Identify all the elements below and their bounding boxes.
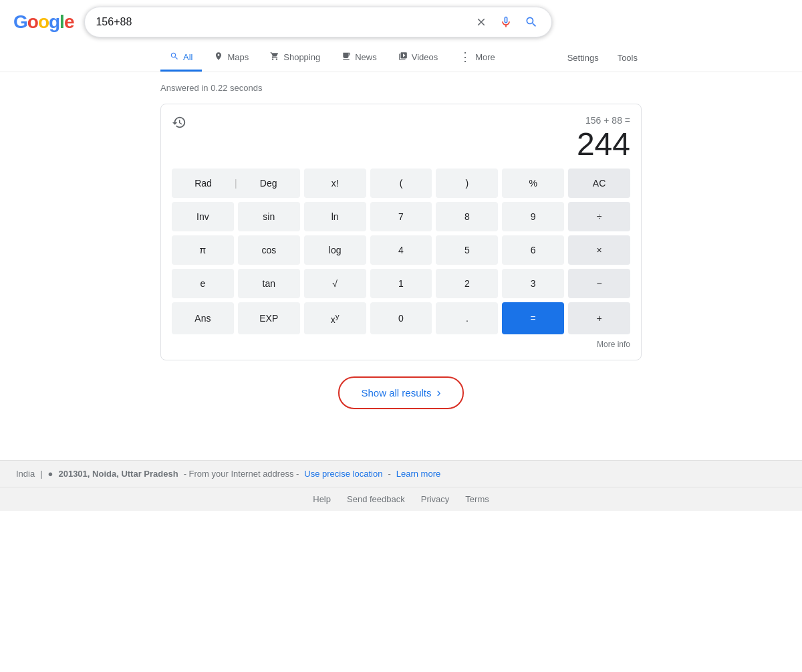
footer-dash2: - bbox=[388, 469, 390, 479]
use-precise-location[interactable]: Use precise location bbox=[304, 469, 382, 479]
privacy-link[interactable]: Privacy bbox=[421, 494, 450, 504]
terms-link[interactable]: Terms bbox=[465, 494, 489, 504]
calc-buttons: Rad | Deg x! ( ) % AC Inv sin ln 7 8 9 ÷ bbox=[172, 169, 630, 334]
logo-g2: g bbox=[49, 11, 59, 33]
calculator-card: 156 + 88 = 244 Rad | Deg x! ( ) % AC bbox=[160, 104, 642, 360]
tab-shopping[interactable]: Shopping bbox=[261, 45, 329, 72]
tab-more-label: More bbox=[475, 52, 495, 62]
show-all-results-button[interactable]: Show all results › bbox=[338, 376, 463, 409]
six-button[interactable]: 6 bbox=[502, 235, 564, 265]
location-country: India bbox=[16, 469, 35, 479]
location-dot-icon: ● bbox=[48, 469, 53, 479]
calc-answer: 244 bbox=[577, 128, 630, 160]
equals-button[interactable]: = bbox=[502, 302, 564, 334]
google-logo[interactable]: Google bbox=[13, 11, 74, 33]
news-icon bbox=[342, 51, 351, 63]
nav-tabs: All Maps Shopping News Videos ⋮ More Set… bbox=[0, 44, 802, 72]
help-link[interactable]: Help bbox=[313, 494, 331, 504]
tab-news-label: News bbox=[355, 52, 377, 62]
tab-shopping-label: Shopping bbox=[283, 52, 320, 62]
search-input[interactable]: 156+88 bbox=[96, 16, 473, 28]
show-all-label: Show all results bbox=[361, 387, 431, 399]
close-paren-button[interactable]: ) bbox=[436, 169, 498, 198]
footer-links: Help Send feedback Privacy Terms bbox=[0, 487, 802, 511]
logo-o1: o bbox=[27, 11, 38, 33]
chevron-right-icon: › bbox=[437, 386, 441, 400]
pi-button[interactable]: π bbox=[172, 235, 234, 265]
tan-button[interactable]: tan bbox=[238, 269, 300, 298]
inv-button[interactable]: Inv bbox=[172, 202, 234, 231]
answered-in: Answered in 0.22 seconds bbox=[160, 83, 642, 93]
logo-l: l bbox=[59, 11, 64, 33]
exp-button[interactable]: EXP bbox=[238, 302, 300, 334]
learn-more-link[interactable]: Learn more bbox=[396, 469, 440, 479]
log-button[interactable]: log bbox=[304, 235, 366, 265]
five-button[interactable]: 5 bbox=[436, 235, 498, 265]
tab-videos[interactable]: Videos bbox=[389, 45, 448, 72]
tab-all-label: All bbox=[183, 52, 192, 62]
two-button[interactable]: 2 bbox=[436, 269, 498, 298]
calc-expression: 156 + 88 = bbox=[577, 115, 630, 126]
sin-button[interactable]: sin bbox=[238, 202, 300, 231]
main-content: Answered in 0.22 seconds 156 + 88 = 244 … bbox=[0, 72, 802, 420]
tab-maps-label: Maps bbox=[227, 52, 249, 62]
percent-button[interactable]: % bbox=[502, 169, 564, 198]
tab-all[interactable]: All bbox=[160, 45, 202, 72]
divide-button[interactable]: ÷ bbox=[568, 202, 630, 231]
multiply-button[interactable]: × bbox=[568, 235, 630, 265]
three-button[interactable]: 3 bbox=[502, 269, 564, 298]
one-button[interactable]: 1 bbox=[370, 269, 432, 298]
search-bar-container: 156+88 bbox=[84, 7, 552, 37]
power-button[interactable]: xy bbox=[304, 302, 366, 334]
rad-deg-group: Rad | Deg bbox=[172, 169, 300, 198]
logo-g: G bbox=[13, 11, 27, 33]
ac-button[interactable]: AC bbox=[568, 169, 630, 198]
nine-button[interactable]: 9 bbox=[502, 202, 564, 231]
tab-news[interactable]: News bbox=[332, 45, 386, 72]
search-button[interactable] bbox=[522, 13, 541, 31]
subtract-button[interactable]: − bbox=[568, 269, 630, 298]
four-button[interactable]: 4 bbox=[370, 235, 432, 265]
logo-e: e bbox=[64, 11, 74, 33]
footer-location: India | ● 201301, Noida, Uttar Pradesh -… bbox=[0, 460, 802, 487]
more-dots-icon: ⋮ bbox=[459, 51, 471, 63]
seven-button[interactable]: 7 bbox=[370, 202, 432, 231]
ans-button[interactable]: Ans bbox=[172, 302, 234, 334]
all-icon bbox=[170, 51, 179, 63]
add-button[interactable]: + bbox=[568, 302, 630, 334]
tools-link[interactable]: Tools bbox=[614, 46, 642, 70]
zero-button[interactable]: 0 bbox=[370, 302, 432, 334]
send-feedback-link[interactable]: Send feedback bbox=[347, 494, 405, 504]
tab-more[interactable]: ⋮ More bbox=[450, 44, 505, 72]
nav-right: Settings Tools bbox=[563, 46, 642, 70]
eight-button[interactable]: 8 bbox=[436, 202, 498, 231]
shopping-icon bbox=[270, 51, 279, 63]
more-info[interactable]: More info bbox=[172, 340, 630, 349]
tab-maps[interactable]: Maps bbox=[205, 45, 258, 72]
cos-button[interactable]: cos bbox=[238, 235, 300, 265]
settings-link[interactable]: Settings bbox=[563, 46, 603, 70]
calc-display: 156 + 88 = 244 bbox=[172, 115, 630, 160]
history-icon[interactable] bbox=[172, 115, 186, 133]
show-all-container: Show all results › bbox=[160, 376, 642, 409]
e-button[interactable]: e bbox=[172, 269, 234, 298]
rad-button[interactable]: Rad bbox=[172, 169, 235, 198]
sqrt-button[interactable]: √ bbox=[304, 269, 366, 298]
voice-search-button[interactable] bbox=[497, 13, 515, 31]
clear-button[interactable] bbox=[473, 13, 490, 31]
ln-button[interactable]: ln bbox=[304, 202, 366, 231]
open-paren-button[interactable]: ( bbox=[370, 169, 432, 198]
header: Google 156+88 bbox=[0, 0, 802, 44]
from-text: - From your Internet address - bbox=[184, 469, 299, 479]
videos-icon bbox=[398, 51, 408, 63]
deg-button[interactable]: Deg bbox=[237, 169, 300, 198]
calc-result: 156 + 88 = 244 bbox=[577, 115, 630, 160]
location-address: 201301, Noida, Uttar Pradesh bbox=[58, 469, 178, 479]
footer-separator: | bbox=[40, 469, 42, 479]
logo-o2: o bbox=[38, 11, 49, 33]
search-bar: 156+88 bbox=[84, 7, 552, 37]
factorial-button[interactable]: x! bbox=[304, 169, 366, 198]
search-icons bbox=[473, 13, 541, 31]
maps-icon bbox=[214, 51, 223, 63]
decimal-button[interactable]: . bbox=[436, 302, 498, 334]
